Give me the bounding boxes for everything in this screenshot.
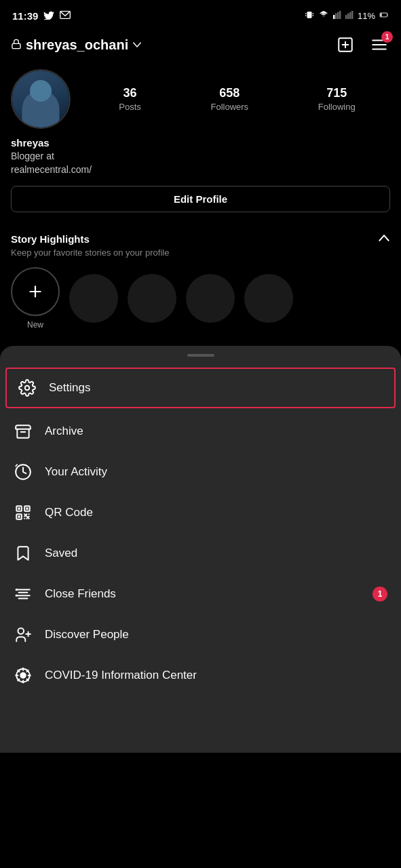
following-label: Following [318, 102, 356, 112]
highlight-new: New [11, 267, 60, 330]
username-text: shreyas_ochani [26, 37, 128, 53]
add-highlight-button[interactable] [11, 267, 60, 316]
highlights-circles: New [11, 267, 390, 336]
menu-item-covid19[interactable]: COVID-19 Information Center [0, 655, 401, 696]
svg-point-51 [16, 595, 18, 597]
qr-code-icon [14, 503, 33, 522]
discover-people-label: Discover People [45, 628, 129, 642]
your-activity-label: Your Activity [45, 465, 107, 479]
drag-handle [187, 354, 214, 357]
settings-label: Settings [49, 381, 90, 395]
svg-rect-3 [313, 13, 313, 14]
svg-rect-8 [337, 12, 339, 18]
svg-rect-13 [351, 11, 353, 19]
menu-item-saved[interactable]: Saved [0, 533, 401, 574]
signal2-icon [345, 10, 354, 22]
svg-rect-5 [313, 15, 313, 16]
hamburger-menu-button[interactable]: 1 [368, 34, 390, 56]
highlight-circle-3[interactable] [186, 274, 235, 323]
profile-bio: Blogger at realmecentral.com/ [11, 150, 390, 176]
svg-rect-15 [381, 13, 382, 16]
twitter-icon [43, 10, 54, 22]
close-friends-icon [14, 585, 33, 604]
menu-item-settings[interactable]: Settings [5, 368, 396, 408]
highlights-header: Story Highlights [11, 233, 390, 245]
svg-point-56 [20, 673, 26, 678]
svg-rect-30 [18, 508, 20, 510]
profile-section: 36 Posts 658 Followers 715 Following shr… [0, 64, 401, 223]
battery-icon [379, 10, 389, 22]
saved-icon [14, 544, 33, 563]
bio-line1: Blogger at [11, 151, 54, 161]
svg-rect-2 [305, 13, 306, 14]
highlight-circle-1[interactable] [69, 274, 118, 323]
svg-rect-42 [24, 514, 26, 516]
menu-item-qr-code[interactable]: QR Code [0, 492, 401, 533]
svg-rect-32 [18, 516, 20, 518]
svg-point-50 [16, 589, 18, 591]
lock-icon [11, 38, 22, 52]
discover-people-icon [14, 625, 33, 644]
covid19-label: COVID-19 Information Center [45, 669, 197, 682]
add-post-button[interactable] [335, 34, 356, 56]
svg-rect-10 [345, 15, 347, 19]
followers-label: Followers [210, 102, 248, 112]
status-right: 11% [305, 10, 389, 22]
posts-count: 36 [119, 86, 141, 100]
svg-rect-6 [333, 15, 335, 19]
time: 11:39 [12, 10, 38, 22]
status-left: 11:39 [12, 10, 71, 22]
following-stat[interactable]: 715 Following [318, 86, 356, 112]
archive-label: Archive [45, 425, 83, 438]
qr-code-label: QR Code [45, 506, 93, 519]
battery-percent: 11% [358, 11, 375, 21]
profile-name: shreyas [11, 137, 390, 149]
top-navigation: shreyas_ochani 1 [0, 28, 401, 64]
svg-rect-11 [347, 13, 349, 18]
menu-item-your-activity[interactable]: Your Activity [0, 452, 401, 492]
svg-rect-9 [339, 11, 341, 19]
highlight-circle-4[interactable] [244, 274, 293, 323]
chevron-down-icon [132, 39, 142, 50]
highlight-circle-2[interactable] [128, 274, 176, 323]
stats-row: 36 Posts 658 Followers 715 Following [84, 86, 390, 112]
your-activity-icon [14, 462, 33, 481]
profile-name-section: shreyas Blogger at realmecentral.com/ [11, 137, 390, 176]
menu-item-close-friends[interactable]: Close Friends 1 [0, 574, 401, 614]
highlights-title: Story Highlights [11, 233, 90, 245]
svg-point-52 [18, 628, 24, 634]
avatar[interactable] [11, 69, 71, 129]
vibrate-icon [305, 10, 314, 22]
following-count: 715 [318, 86, 356, 100]
menu-item-discover-people[interactable]: Discover People [0, 614, 401, 655]
highlights-subtitle: Keep your favorite stories on your profi… [11, 248, 390, 258]
edit-profile-button[interactable]: Edit Profile [11, 186, 390, 212]
close-friends-badge: 1 [373, 587, 387, 601]
covid19-icon [14, 666, 33, 685]
settings-icon [18, 378, 37, 397]
drag-handle-area [0, 346, 401, 362]
notification-badge: 1 [381, 31, 393, 43]
username-row[interactable]: shreyas_ochani [11, 37, 142, 53]
svg-rect-7 [335, 13, 337, 18]
gmail-icon [60, 10, 71, 22]
signal-icon [333, 10, 341, 22]
highlights-collapse-icon[interactable] [378, 233, 390, 245]
svg-rect-43 [26, 517, 28, 519]
menu-item-archive[interactable]: Archive [0, 411, 401, 452]
profile-info-row: 36 Posts 658 Followers 715 Following [11, 69, 390, 129]
saved-label: Saved [45, 547, 77, 560]
archive-icon [14, 422, 33, 441]
svg-rect-31 [26, 508, 28, 510]
svg-point-25 [25, 386, 30, 391]
posts-stat[interactable]: 36 Posts [119, 86, 141, 112]
story-highlights-section: Story Highlights Keep your favorite stor… [0, 223, 401, 342]
svg-rect-4 [305, 15, 306, 16]
highlight-new-label: New [27, 320, 43, 330]
followers-stat[interactable]: 658 Followers [210, 86, 248, 112]
svg-rect-16 [12, 43, 20, 48]
followers-count: 658 [210, 86, 248, 100]
status-bar: 11:39 11% [0, 0, 401, 28]
svg-rect-12 [349, 12, 351, 18]
posts-label: Posts [119, 102, 141, 112]
